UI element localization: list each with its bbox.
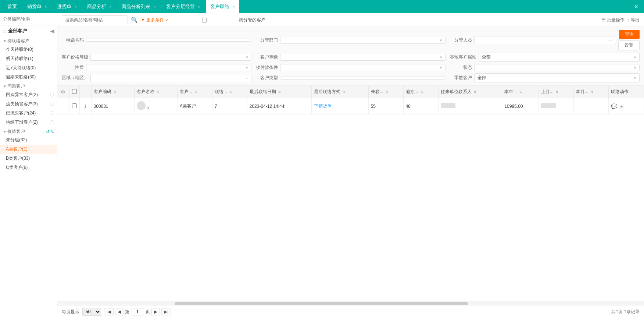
- search-input[interactable]: [62, 15, 128, 24]
- search-button[interactable]: 🔍: [131, 17, 138, 23]
- next-page-button[interactable]: ▶: [151, 308, 160, 315]
- sort-code-icon: ⇅: [113, 90, 116, 94]
- col-last-month[interactable]: 上月... ⇅: [539, 86, 573, 98]
- col-num: [79, 86, 91, 98]
- info-churned-icon: ⓘ: [50, 110, 54, 116]
- last-page-button[interactable]: ▶|: [161, 308, 171, 315]
- row-check-cell[interactable]: [69, 98, 79, 114]
- filter-row-customer-type: 客户类型: [256, 73, 446, 82]
- sidebar-item-ungroup[interactable]: 未分组(32): [0, 135, 57, 145]
- sidebar-item-declining[interactable]: 持续下滑客户(2) ⓘ: [0, 118, 57, 127]
- sidebar-group-value[interactable]: ▼ 价值客户 ↺ ✎: [0, 127, 57, 135]
- col-contact[interactable]: 联络... ⇅: [212, 86, 247, 98]
- row-last-method-cell[interactable]: 下销货单: [311, 98, 368, 114]
- sidebar-group-problem[interactable]: ▼ 问题客户: [0, 82, 57, 90]
- col-prev-contact[interactable]: 往来单位联系人 ⇅: [438, 86, 502, 98]
- row-no-contact-cell: 55: [368, 98, 403, 114]
- nav-customer-contact[interactable]: 客户联络 ×: [206, 0, 239, 13]
- price-level-input[interactable]: ∨: [90, 54, 251, 61]
- level-label: 客户等级: [256, 54, 278, 60]
- sort-no-contact-icon: ⇅: [385, 90, 388, 94]
- sort-method-icon: ⇅: [342, 90, 345, 94]
- horizontal-scrollbar[interactable]: [57, 301, 644, 305]
- sidebar-item-tomorrow[interactable]: 明天待联络(1): [0, 54, 57, 63]
- sidebar-item-overdue[interactable]: 逾期未联络(30): [0, 73, 57, 82]
- col-name[interactable]: 客户名称 ⇅: [134, 86, 177, 98]
- person-input[interactable]: ···: [474, 36, 616, 44]
- window-close-button[interactable]: ×: [631, 3, 641, 11]
- value-edit-btn[interactable]: ✎: [50, 129, 54, 134]
- phone-input[interactable]: [86, 39, 251, 42]
- col-no-contact[interactable]: 未联... ⇅: [368, 86, 403, 98]
- first-page-button[interactable]: |◀: [104, 308, 114, 315]
- col-type[interactable]: 客户... ⇅: [177, 86, 212, 98]
- settings-button[interactable]: 设置: [618, 40, 640, 50]
- last-method-link[interactable]: 下销货单: [314, 103, 332, 109]
- close-list-icon[interactable]: ×: [153, 4, 155, 9]
- value-refresh-btn[interactable]: ↺: [46, 129, 50, 134]
- page-suffix: 页: [146, 309, 150, 315]
- col-check: [69, 86, 79, 98]
- scattered-attr-input[interactable]: 全部 ∨: [479, 53, 640, 62]
- prev-page-button[interactable]: ◀: [115, 308, 124, 315]
- grid-action-icon[interactable]: ⊞: [619, 103, 624, 109]
- sidebar-item-a-class[interactable]: A类客户(1): [0, 145, 57, 154]
- nav-product-list[interactable]: 商品分析列表 ×: [117, 0, 160, 13]
- per-page-select[interactable]: 50 100 200: [82, 308, 101, 316]
- col-last-date[interactable]: 最后联络日期 ⇅: [247, 86, 311, 98]
- sidebar-item-today[interactable]: 今天待联络(0): [0, 45, 57, 54]
- col-last-method[interactable]: 最后联络方式 ⇅: [311, 86, 368, 98]
- scattered-input[interactable]: 全部 ∨: [474, 73, 640, 82]
- col-overdue[interactable]: 逾期... ⇅: [403, 86, 438, 98]
- customer-type-input[interactable]: [280, 77, 446, 80]
- sidebar-item-churn-warning[interactable]: 流失预警客户(3) ⓘ: [0, 99, 57, 109]
- sidebar-item-b-class[interactable]: B类客户(33): [0, 154, 57, 163]
- sidebar-all-customers[interactable]: ⚏ 全部客户 ◀: [0, 25, 57, 36]
- close-layer-icon[interactable]: ×: [198, 4, 200, 9]
- close-sales-icon[interactable]: ×: [44, 4, 47, 9]
- nav-purchase[interactable]: 进货单 ×: [53, 0, 81, 13]
- nav-sales[interactable]: 销货单 ×: [23, 0, 51, 13]
- sidebar-item-c-class[interactable]: C类客户(6): [0, 163, 57, 172]
- nature-input[interactable]: ∨: [86, 64, 251, 71]
- col-gear[interactable]: ⚙: [57, 86, 69, 98]
- page-input[interactable]: [131, 308, 144, 315]
- sidebar-item-repurchase[interactable]: 回购异常客户(2) ⓘ: [0, 90, 57, 99]
- sidebar-item-7days[interactable]: 近7天待联络(0): [0, 63, 57, 73]
- payment-input[interactable]: ∨: [280, 64, 446, 71]
- info-repurchase-icon: ⓘ: [50, 92, 54, 98]
- col-this-month[interactable]: 本月... ⇅: [573, 86, 608, 98]
- dept-input[interactable]: ∨: [280, 37, 446, 44]
- message-action-icon[interactable]: 💬: [611, 103, 617, 109]
- sidebar-collapse-btn[interactable]: ◀: [50, 28, 54, 34]
- sidebar-item-churned[interactable]: 已流失客户(24) ⓘ: [0, 109, 57, 118]
- last-month-placeholder: [541, 103, 556, 108]
- more-filter-button[interactable]: ▼ 更多条件 ∨: [141, 17, 168, 23]
- select-all-checkbox[interactable]: [72, 89, 77, 94]
- nav-product-analysis[interactable]: 商品分析 ×: [83, 0, 116, 13]
- col-this-year[interactable]: 本年... ⇅: [502, 86, 539, 98]
- row-last-month-cell: [539, 98, 573, 114]
- sidebar-search-input[interactable]: [3, 17, 57, 22]
- close-contact-icon[interactable]: ×: [232, 4, 235, 9]
- status-input[interactable]: ∨: [474, 64, 640, 71]
- my-customer-checkbox[interactable]: [171, 18, 237, 22]
- nav-home[interactable]: 首页: [3, 0, 21, 13]
- region-input[interactable]: ···: [90, 74, 251, 82]
- col-code[interactable]: 客户编码 ⇅: [91, 86, 134, 98]
- level-input[interactable]: ∨: [280, 54, 446, 61]
- batch-op-button[interactable]: ☰ 批量操作: [602, 17, 625, 23]
- filter-caret-icon: ∨: [165, 17, 168, 22]
- scrollbar-thumb[interactable]: [175, 302, 468, 305]
- export-button[interactable]: ↑ 导出: [627, 17, 640, 23]
- my-customer-checkbox-label[interactable]: 我分管的客户: [171, 17, 265, 23]
- nav-customer-layer[interactable]: 客户分层经营 ×: [162, 0, 204, 13]
- query-button[interactable]: 查询: [619, 30, 640, 39]
- scattered-label: 零散客户: [450, 75, 472, 81]
- close-purchase-icon[interactable]: ×: [74, 4, 76, 9]
- row-last-date-cell: 2023-04-12 14:44:: [247, 98, 311, 114]
- close-product-icon[interactable]: ×: [109, 4, 111, 9]
- row-checkbox[interactable]: [72, 103, 77, 108]
- sidebar-group-pending[interactable]: ▼ 待联络客户: [0, 36, 57, 45]
- customer-table: ⚙ 客户编码 ⇅ 客户名称 ⇅ 客户... ⇅ 联络... ⇅ 最后联络日期 ⇅…: [57, 86, 644, 114]
